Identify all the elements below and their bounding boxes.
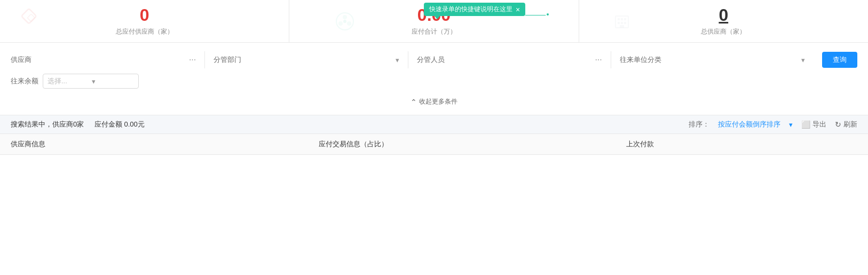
svg-rect-10 xyxy=(624,18,626,20)
dept-arrow[interactable]: ▾ xyxy=(396,56,399,64)
svg-point-6 xyxy=(343,20,346,23)
payable-suppliers-label: 总应付供应商（家） xyxy=(116,27,173,36)
dept-label: 分管部门 xyxy=(214,55,241,65)
category-input[interactable] xyxy=(666,56,799,64)
dept-field: 分管部门 ▾ xyxy=(205,51,408,68)
results-bar: 搜索结果中，供应商0家 应付金额 0.00元 排序： 按应付会额倒序排序 ▾ ⬜… xyxy=(0,115,868,134)
tooltip-close-btn[interactable]: × xyxy=(516,6,520,13)
svg-point-3 xyxy=(343,15,347,19)
supplier-input[interactable] xyxy=(36,56,187,64)
search-row-1: 供应商 ··· 分管部门 ▾ 分管人员 ··· 往来单位分类 ▾ 查询 xyxy=(11,51,857,68)
svg-rect-8 xyxy=(618,18,620,20)
collapse-label: 收起更多条件 xyxy=(419,97,457,106)
search-row-2: 往来余额 选择... ▾ xyxy=(11,74,857,89)
search-area: 供应商 ··· 分管部门 ▾ 分管人员 ··· 往来单位分类 ▾ 查询 往来余额 xyxy=(0,43,868,115)
person-field: 分管人员 ··· xyxy=(408,51,611,68)
sort-value[interactable]: 按应付会额倒序排序 xyxy=(718,120,780,129)
results-summary: 搜索结果中，供应商0家 应付金额 0.00元 xyxy=(11,120,145,129)
stat-payable-total: 快速录单的快捷键说明在这里 × 0.00 应付合计（万） xyxy=(289,0,579,42)
svg-point-5 xyxy=(347,21,351,26)
export-button[interactable]: ⬜ 导出 xyxy=(801,120,826,129)
collapse-icon: ⌃ xyxy=(411,98,417,106)
balance-field: 往来余额 选择... ▾ xyxy=(11,74,139,89)
person-label: 分管人员 xyxy=(417,55,445,65)
refresh-icon: ↻ xyxy=(835,120,841,129)
person-more-btn[interactable]: ··· xyxy=(595,55,602,65)
balance-placeholder: 选择... xyxy=(48,76,90,86)
table-body xyxy=(0,155,868,275)
col-supplier-header: 供应商信息 xyxy=(11,139,319,149)
search-button[interactable]: 查询 xyxy=(822,52,857,68)
collapse-row: ⌃ 收起更多条件 xyxy=(11,93,857,111)
sort-label: 排序： xyxy=(689,120,709,129)
total-suppliers-number: 0 xyxy=(701,6,746,25)
category-field: 往来单位分类 ▾ xyxy=(611,51,814,68)
supplier-field: 供应商 ··· xyxy=(11,51,205,68)
svg-rect-12 xyxy=(621,22,623,24)
total-suppliers-label: 总供应商（家） xyxy=(701,27,746,36)
tooltip-bubble: 快速录单的快捷键说明在这里 × xyxy=(424,3,525,16)
balance-arrow: ▾ xyxy=(92,77,134,85)
svg-rect-1 xyxy=(27,14,35,21)
category-label: 往来单位分类 xyxy=(620,55,661,65)
supplier-more-btn[interactable]: ··· xyxy=(189,55,196,65)
balance-select[interactable]: 选择... ▾ xyxy=(43,74,139,89)
table-header: 供应商信息 应付交易信息（占比） 上次付款 xyxy=(0,134,868,155)
balance-label: 往来余额 xyxy=(11,76,38,86)
col-last-pay-header: 上次付款 xyxy=(626,139,857,149)
svg-rect-13 xyxy=(624,22,626,24)
svg-point-4 xyxy=(338,21,343,26)
tooltip-line xyxy=(525,15,547,15)
refresh-button[interactable]: ↻ 刷新 xyxy=(835,120,857,129)
svg-rect-11 xyxy=(618,22,620,24)
refresh-label: 刷新 xyxy=(843,120,857,129)
results-actions: 排序： 按应付会额倒序排序 ▾ ⬜ 导出 ↻ 刷新 xyxy=(689,120,857,129)
sort-arrow[interactable]: ▾ xyxy=(789,121,793,129)
tooltip-dot xyxy=(546,12,550,17)
stat-total-suppliers: 0 总供应商（家） xyxy=(579,0,868,42)
tooltip-text: 快速录单的快捷键说明在这里 xyxy=(429,5,512,14)
payable-suppliers-number: 0 xyxy=(116,6,173,25)
supplier-label: 供应商 xyxy=(11,55,31,65)
export-icon: ⬜ xyxy=(801,120,810,129)
category-arrow[interactable]: ▾ xyxy=(801,56,805,64)
results-amount: 应付金额 0.00元 xyxy=(94,120,145,128)
top-stats: 0 总应付供应商（家） 快速录单的快捷键说明在这里 × 0.00 应付合计（万） xyxy=(0,0,868,43)
results-count: 搜索结果中，供应商0家 xyxy=(11,120,84,128)
svg-rect-14 xyxy=(620,25,624,28)
col-payable-header: 应付交易信息（占比） xyxy=(319,139,627,149)
person-input[interactable] xyxy=(449,56,593,64)
stat-payable-suppliers: 0 总应付供应商（家） xyxy=(0,0,289,42)
collapse-button[interactable]: ⌃ 收起更多条件 xyxy=(402,95,466,108)
export-label: 导出 xyxy=(812,120,826,129)
dept-input[interactable] xyxy=(246,56,393,64)
payable-total-label: 应付合计（万） xyxy=(412,27,456,36)
svg-rect-9 xyxy=(621,18,623,20)
